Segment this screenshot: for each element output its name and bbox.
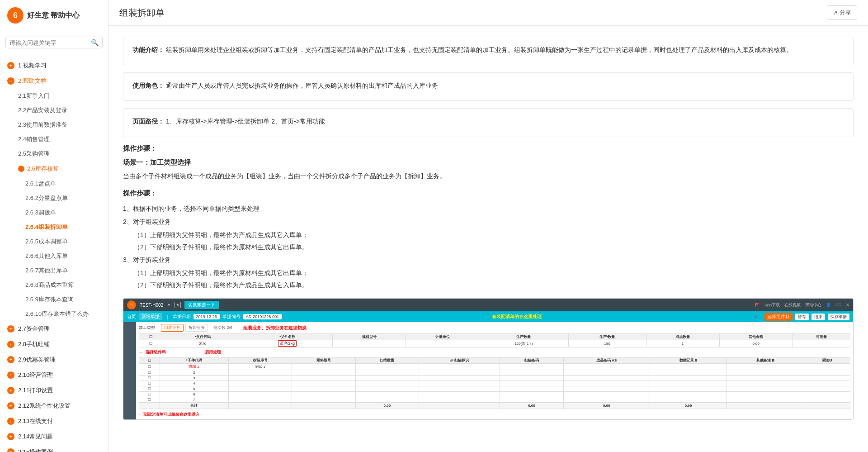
sub-tab-docs[interactable]: 新增单据: [139, 313, 162, 320]
sub-tab-home[interactable]: 首页: [127, 314, 136, 320]
cell-spec: [332, 340, 406, 347]
plus-icon: +: [7, 62, 14, 69]
share-icon: ↗: [833, 10, 838, 16]
cell-unit: [406, 340, 479, 347]
lower-row-2: ☐2: [139, 370, 850, 376]
sidebar-sub-2-3[interactable]: 2.3使用前数据准备: [0, 118, 108, 132]
lower-table: ☐ *子件代码 拆装序号 规格型号 扫描数量 ※ 扫描标识 扫描条码 成品条码 …: [139, 357, 850, 409]
upper-table-row-1: ☐ 米米 蓝色2kg 120(套-1 ↑) 190: [139, 340, 850, 347]
refresh-icon: ↻: [175, 302, 181, 308]
step-2: 2、对于组装业务: [123, 216, 854, 228]
app-header-left: 6 TEST-H002 ▼ ↻ 切换账套一下: [127, 300, 219, 309]
sidebar-item-2-12[interactable]: + 2.12系统个性化设置: [0, 398, 108, 414]
sidebar-sub-2-6-1[interactable]: 2.6.1盘点单: [0, 176, 108, 191]
annotation-5-area: ↑ 无固定清单可以组装在这里录入: [139, 412, 850, 418]
logo-area: 6 好生意 帮助中心: [0, 0, 108, 31]
close-icon[interactable]: ✕: [846, 303, 849, 307]
screenshot-wrapper: 6 TEST-H002 ▼ ↻ 切换账套一下 🚩 App下载 在线视频 帮助中心…: [123, 298, 854, 420]
sidebar-sub-2-6-7[interactable]: 2.6.7其他出库单: [0, 263, 108, 278]
search-icon[interactable]: 🔍: [91, 39, 99, 46]
sidebar-sub-2-6-5[interactable]: 2.6.5成本调整单: [0, 234, 108, 249]
lcol-extra: 附加U: [804, 357, 850, 364]
lcol-check: ☐: [139, 357, 160, 364]
minus-icon: −: [7, 77, 14, 85]
disassemble-type-toggle[interactable]: 拆卸业务: [185, 324, 208, 332]
sidebar-item-2-15[interactable]: + 2.15操作案例: [0, 444, 108, 452]
lower-row-1: ☐ 哦哦 1 测试 1: [139, 364, 850, 370]
sidebar-item-video-label: 1.视频学习: [18, 62, 47, 70]
cell-avail: [793, 340, 850, 347]
sidebar-2-12-label: 2.12系统个性化设置: [18, 402, 71, 410]
end-btn[interactable]: 结束: [811, 314, 825, 320]
sidebar-item-2-9[interactable]: + 2.9优惠券管理: [0, 352, 108, 367]
online-video[interactable]: 在线视频: [784, 302, 801, 308]
lcol-sub-code: *子件代码: [160, 357, 228, 364]
sidebar-sub-2-5[interactable]: 2.5采购管理: [0, 147, 108, 161]
search-area: 🔍: [0, 31, 108, 54]
step-1: 1、根据不同的业务，选择不同单据的类型来处理: [123, 203, 854, 214]
annotation-5-arrow: ↑: [139, 413, 141, 417]
app-header-right: 🚩 App下载 在线视频 帮助中心 👤 CC ✕: [755, 302, 849, 308]
step-3: 3、对于拆装业务: [123, 254, 854, 266]
sidebar-item-video[interactable]: + 1.视频学习: [0, 58, 108, 73]
sidebar-sub-2-6-3[interactable]: 2.6.3调拨单: [0, 205, 108, 220]
lcol-scan-mark: ※ 扫描标识: [419, 357, 500, 364]
sidebar-sub-2-6-8[interactable]: 2.6.8商品成本重算: [0, 278, 108, 292]
sidebar-item-2-10[interactable]: + 2.10经营管理: [0, 367, 108, 383]
lcol-disassemble-seq: 拆装序号: [228, 357, 292, 364]
lower-row-3: ☐3: [139, 376, 850, 381]
annotated-input[interactable]: 蓝色2kg: [278, 340, 297, 347]
main-content: 组装拆卸单 ↗ 分享 功能介绍： 组装拆卸单用来处理企业组装或拆卸等加工业务，支…: [108, 0, 868, 452]
sidebar-item-2-13[interactable]: + 2.13在线支付: [0, 414, 108, 429]
app-sub-bar: 首页 新增单据 | 单据日期 2019-12-26 单据编号 AD-201912…: [123, 311, 853, 322]
app-screenshot: 6 TEST-H002 ▼ ↻ 切换账套一下 🚩 App下载 在线视频 帮助中心…: [123, 298, 854, 420]
lcol-finish-code: 成品条码 AS: [563, 357, 650, 364]
lcol-data-rec: 数据记录 B: [650, 357, 727, 364]
sidebar-2-11-label: 2.11打印设置: [18, 386, 53, 395]
sidebar-sub-2-4[interactable]: 2.4销售管理: [0, 132, 108, 147]
sidebar-sub-2-6-2[interactable]: 2.6.2分量盘点单: [0, 191, 108, 205]
annotation-2-text: 选择组件料: [146, 349, 166, 355]
role-block: 使用角色： 通常由生产人员或库管人员完成拆装业务的操作，库管人员确认原材料的出库…: [123, 72, 854, 101]
sidebar-sub-2-6-10[interactable]: 2.6.10库存账本错了么办: [0, 307, 108, 321]
help-center[interactable]: 帮助中心: [805, 302, 821, 308]
sidebar-item-help-docs[interactable]: − 2.帮助文档: [0, 73, 108, 89]
save-doc-btn[interactable]: 保存单据: [828, 314, 849, 320]
sidebar-item-2-14[interactable]: + 2.14常见问题: [0, 429, 108, 444]
upper-table-header: ☐ *父件代码 *父件名称 规格型号 计量单位 生产数量 生产/数量 成品数量: [139, 334, 850, 340]
sidebar-2-15-label: 2.15操作案例: [18, 448, 53, 452]
role-text: 使用角色： 通常由生产人员或库管人员完成拆装业务的操作，库管人员确认原材料的出库…: [132, 80, 844, 91]
share-button[interactable]: ↗ 分享: [827, 5, 857, 20]
assemble-type-toggle[interactable]: 组装业务: [161, 324, 184, 332]
sidebar-sub-2-6-6[interactable]: 2.6.6其他入库单: [0, 249, 108, 263]
sidebar-item-2-8[interactable]: + 2.8手机旺铺: [0, 337, 108, 352]
sidebar-item-2-11[interactable]: + 2.11打印设置: [0, 383, 108, 398]
path-block: 页面路径： 1、库存核算->库存管理->组装拆卸单 2、首页->常用功能: [123, 108, 854, 137]
field-date-value[interactable]: 2019-12-26: [193, 314, 220, 319]
lower-row-4: ☐4: [139, 381, 850, 386]
temp-save-btn[interactable]: 暂存: [795, 314, 809, 320]
plus-icon-2-7: +: [7, 325, 14, 333]
col-prod-qty2: 生产/数量: [568, 334, 646, 340]
upper-table-section: ☐ *父件代码 *父件名称 规格型号 计量单位 生产数量 生产/数量 成品数量: [139, 333, 850, 347]
sidebar-sub-2-2[interactable]: 2.2产品安装及登录: [0, 103, 108, 118]
select-component-btn[interactable]: 选择组件料: [764, 313, 793, 321]
form-line-1: 加工类型： 组装业务 拆卸业务 批次数 2/6 组装业务、拆卸业务在这里切换: [139, 324, 850, 332]
switch-btn[interactable]: 切换账套一下: [184, 301, 219, 309]
col-other-amt: 其他金额: [719, 334, 793, 340]
scenario1-title: 场景一：加工类型选择: [123, 158, 854, 167]
path-text: 页面路径： 1、库存核算->库存管理->组装拆卸单 2、首页->常用功能: [132, 116, 844, 127]
flag-icon: 🚩: [755, 303, 760, 307]
sidebar-sub-2-6-4[interactable]: 2.6.4组装拆卸单: [0, 220, 108, 234]
app-download[interactable]: App下载: [764, 302, 780, 308]
search-input[interactable]: [9, 39, 91, 46]
plus-icon-2-10: +: [7, 371, 14, 379]
step-2-2: （2）下部明细为子件明细，最终作为原材料生成其它出库单。: [123, 242, 854, 253]
sidebar-sub-2-1[interactable]: 2.1新手入门: [0, 89, 108, 103]
sidebar-item-2-7[interactable]: + 2.7资金管理: [0, 321, 108, 337]
sidebar-item-2-6[interactable]: − 2.6库存核算: [0, 161, 108, 176]
sidebar-sub-2-6-9[interactable]: 2.6.9库存账本查询: [0, 292, 108, 307]
field-num-value[interactable]: AD-20191226-001: [243, 314, 282, 319]
app-body: 加工类型： 组装业务 拆卸业务 批次数 2/6 组装业务、拆卸业务在这里切换: [123, 322, 853, 419]
content-area: 功能介绍： 组装拆卸单用来处理企业组装或拆卸等加工业务，支持有固定装配清单的产品…: [108, 26, 868, 452]
